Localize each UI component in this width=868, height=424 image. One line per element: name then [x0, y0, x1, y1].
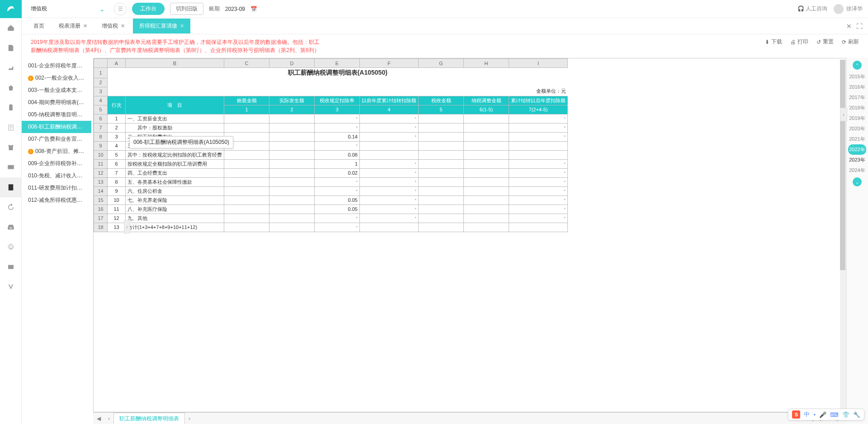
ime-skin-icon[interactable]: 👕	[842, 411, 849, 418]
row-header[interactable]: 11	[94, 159, 108, 168]
data-cell[interactable]	[315, 223, 360, 232]
form-item-5[interactable]: 006-职工薪酬纳税调整明细…	[22, 121, 91, 133]
data-cell[interactable]	[419, 150, 464, 159]
data-cell[interactable]	[360, 186, 419, 195]
rownum-cell[interactable]: 13	[108, 223, 126, 232]
col-header[interactable]: H	[464, 59, 509, 68]
data-cell[interactable]	[419, 177, 464, 186]
rownum-cell[interactable]: 7	[108, 168, 126, 177]
data-cell[interactable]	[464, 141, 509, 150]
switch-old-button[interactable]: 切到旧版	[170, 3, 203, 15]
circle-action-button[interactable]: ☰	[114, 3, 127, 15]
ime-tool-icon[interactable]: 🔧	[853, 411, 860, 418]
spreadsheet[interactable]: ABCDEFGHI1职工薪酬纳税调整明细表(A105050)23金额单位：元4行…	[93, 58, 846, 412]
data-cell[interactable]	[360, 223, 419, 232]
data-cell[interactable]	[224, 195, 269, 205]
ime-mic-icon[interactable]: 🎤	[819, 411, 826, 418]
year-2024年[interactable]: 2024年	[848, 165, 866, 176]
print-button[interactable]: 🖨 打印	[790, 38, 808, 46]
data-cell[interactable]	[315, 123, 360, 132]
item-cell[interactable]: 九、其他	[126, 214, 224, 223]
data-cell[interactable]	[419, 132, 464, 141]
data-cell[interactable]	[224, 168, 269, 177]
item-cell[interactable]: 其中：股权激励	[126, 123, 224, 132]
data-cell[interactable]	[464, 186, 509, 195]
tab-3[interactable]: 所得税汇算清缴✕	[133, 19, 190, 33]
data-cell[interactable]	[224, 123, 269, 132]
ime-toolbar[interactable]: S 中 • 🎤 ⌨ 👕 🔧	[788, 409, 864, 420]
data-cell[interactable]	[224, 177, 269, 186]
item-cell[interactable]: 四、工会经费支出	[126, 168, 224, 177]
refresh-button[interactable]: ⟳ 刷新	[842, 38, 859, 46]
data-cell[interactable]	[464, 177, 509, 186]
data-cell[interactable]	[315, 141, 360, 150]
data-cell[interactable]: 0.05	[315, 205, 360, 214]
col-header[interactable]: I	[509, 59, 568, 68]
rail-clipboard-icon[interactable]	[0, 98, 22, 118]
data-cell[interactable]	[509, 205, 568, 214]
expand-right-handle[interactable]: ›	[840, 108, 847, 121]
row-header[interactable]: 8	[94, 132, 108, 141]
form-item-6[interactable]: 007-广告费和业务宣传费跨…	[22, 133, 91, 145]
rownum-cell[interactable]: 9	[108, 186, 126, 195]
ime-lang-icon[interactable]: 中	[804, 410, 810, 419]
data-cell[interactable]	[509, 150, 568, 159]
rownum-cell[interactable]: 3	[108, 132, 126, 141]
col-header[interactable]: E	[315, 59, 360, 68]
rail-refresh-icon[interactable]	[0, 197, 22, 217]
row-header[interactable]: 13	[94, 177, 108, 186]
data-cell[interactable]	[360, 123, 419, 132]
data-cell[interactable]	[360, 141, 419, 150]
rail-screen-icon[interactable]	[0, 157, 22, 177]
row-header[interactable]: 6	[94, 114, 108, 123]
form-item-1[interactable]: 002-一般企业收入明细表(A…	[22, 72, 91, 84]
data-cell[interactable]	[315, 177, 360, 186]
row-header[interactable]: 7	[94, 123, 108, 132]
rownum-cell[interactable]: 4	[108, 141, 126, 150]
sheet-tab[interactable]: 职工薪酬纳税调整明细表	[113, 413, 185, 424]
close-icon[interactable]: ✕	[121, 23, 125, 29]
data-cell[interactable]	[269, 186, 315, 195]
close-icon[interactable]: ✕	[180, 23, 184, 29]
year-2015年[interactable]: 2015年	[848, 71, 866, 82]
row-header[interactable]: 2	[94, 78, 108, 87]
data-cell[interactable]	[464, 132, 509, 141]
rownum-cell[interactable]: 10	[108, 195, 126, 205]
ime-punct-icon[interactable]: •	[813, 411, 816, 418]
form-item-9[interactable]: 010-免税、减计收入及加计…	[22, 170, 91, 182]
data-cell[interactable]	[464, 114, 509, 123]
data-cell[interactable]	[419, 195, 464, 205]
item-cell[interactable]: 合计(1+3+4+7+8+9+10+11+12)	[126, 223, 224, 232]
data-cell[interactable]	[360, 132, 419, 141]
year-2020年[interactable]: 2020年	[848, 124, 866, 134]
year-2019年[interactable]: 2019年	[848, 113, 866, 124]
rownum-cell[interactable]: 8	[108, 177, 126, 186]
form-item-3[interactable]: 004-期间费用明细表(A1040…	[22, 96, 91, 109]
row-header[interactable]: 3	[94, 87, 108, 96]
form-item-2[interactable]: 003-一般企业成本支出明细…	[22, 84, 91, 96]
data-cell[interactable]	[269, 223, 315, 232]
col-header[interactable]: C	[224, 59, 269, 68]
form-item-7[interactable]: 008-资产折旧、摊销及纳税…	[22, 145, 91, 157]
item-cell[interactable]: 按税收规定全额扣除的职工培训费用	[126, 159, 224, 168]
form-item-11[interactable]: 012-减免所得税优惠明细表(…	[22, 194, 91, 206]
col-header[interactable]: B	[126, 59, 224, 68]
row-header[interactable]: 15	[94, 195, 108, 205]
sheet-nav-first[interactable]: ◀	[93, 415, 104, 422]
form-item-8[interactable]: 009-企业所得税弥补亏损明…	[22, 157, 91, 170]
data-cell[interactable]	[360, 177, 419, 186]
year-up-icon[interactable]: ⌃	[853, 61, 862, 70]
form-item-4[interactable]: 005-纳税调整项目明细表(A1…	[22, 109, 91, 121]
ime-keyboard-icon[interactable]: ⌨	[830, 411, 839, 418]
rail-shirt-icon[interactable]	[0, 138, 22, 157]
data-cell[interactable]	[360, 168, 419, 177]
col-header[interactable]: A	[108, 59, 126, 68]
row-header[interactable]: 14	[94, 186, 108, 195]
data-cell[interactable]	[464, 205, 509, 214]
data-cell[interactable]	[419, 114, 464, 123]
data-cell[interactable]	[269, 123, 315, 132]
col-header[interactable]: G	[419, 59, 464, 68]
tab-1[interactable]: 税表清册✕	[52, 19, 94, 33]
data-cell[interactable]	[419, 186, 464, 195]
year-2023年[interactable]: 2023年	[848, 155, 866, 165]
